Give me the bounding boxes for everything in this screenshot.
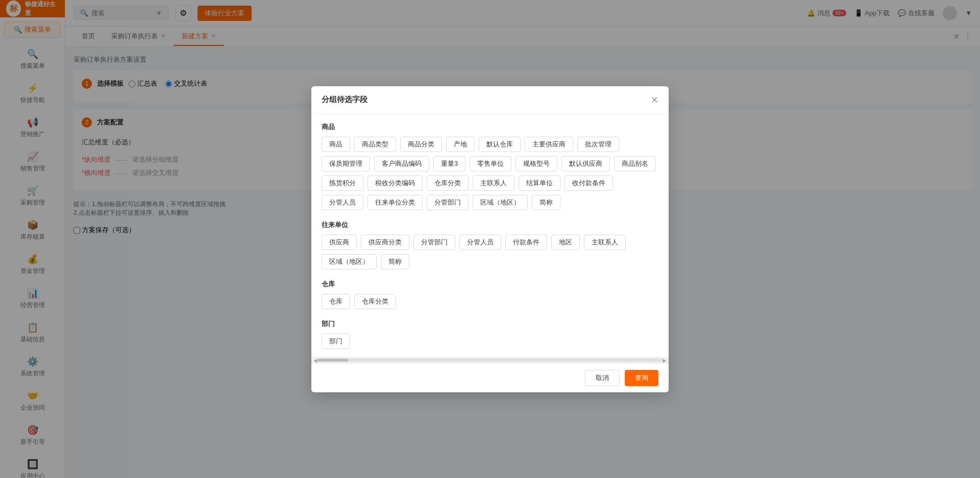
field-group-department: 部门部门 bbox=[322, 319, 658, 349]
field-tag-供应商分类[interactable]: 供应商分类 bbox=[361, 235, 409, 250]
field-tag-商品别名[interactable]: 商品别名 bbox=[614, 156, 656, 171]
field-tag-主联系人[interactable]: 主联系人 bbox=[584, 235, 626, 250]
field-group-title-goods: 商品 bbox=[322, 122, 658, 132]
modal-footer: 取消 查询 bbox=[311, 363, 669, 392]
field-group-warehouse: 仓库仓库仓库分类 bbox=[322, 280, 658, 309]
field-tag-分管人员[interactable]: 分管人员 bbox=[459, 235, 501, 250]
field-tag-分管部门[interactable]: 分管部门 bbox=[413, 235, 455, 250]
field-tag-收付款条件[interactable]: 收付款条件 bbox=[565, 175, 613, 191]
field-tag-主联系人[interactable]: 主联系人 bbox=[473, 175, 514, 191]
modal-hscroll: ◀ ▶ bbox=[311, 357, 669, 363]
field-tag-默认供应商[interactable]: 默认供应商 bbox=[561, 156, 610, 171]
field-tag-地区[interactable]: 地区 bbox=[551, 235, 580, 250]
field-tag-批次管理[interactable]: 批次管理 bbox=[577, 137, 619, 152]
modal-confirm-btn[interactable]: 查询 bbox=[625, 370, 658, 386]
field-group-title-warehouse: 仓库 bbox=[322, 280, 658, 289]
field-group-title-partner: 往来单位 bbox=[322, 220, 658, 230]
field-tag-重量3[interactable]: 重量3 bbox=[433, 156, 465, 171]
field-tag-仓库分类[interactable]: 仓库分类 bbox=[354, 294, 396, 309]
field-tag-主要供应商[interactable]: 主要供应商 bbox=[525, 137, 573, 152]
field-tag-商品分类[interactable]: 商品分类 bbox=[400, 137, 442, 152]
field-tag-供应商[interactable]: 供应商 bbox=[322, 235, 357, 250]
field-tag-付款条件[interactable]: 付款条件 bbox=[505, 235, 547, 250]
modal-title: 分组待选字段 bbox=[322, 95, 368, 105]
field-tag-分管部门[interactable]: 分管部门 bbox=[427, 195, 469, 210]
field-tag-区域（地区）[interactable]: 区域（地区） bbox=[322, 254, 377, 269]
field-tag-默认仓库[interactable]: 默认仓库 bbox=[479, 137, 521, 152]
field-tag-规格型号[interactable]: 规格型号 bbox=[516, 156, 557, 171]
field-tags-warehouse: 仓库仓库分类 bbox=[322, 294, 658, 309]
field-tag-简称[interactable]: 简称 bbox=[532, 195, 560, 210]
hscroll-thumb bbox=[317, 359, 348, 362]
field-group-title-department: 部门 bbox=[322, 319, 658, 329]
field-tag-商品类型[interactable]: 商品类型 bbox=[354, 137, 396, 152]
field-tag-产地[interactable]: 产地 bbox=[446, 137, 475, 152]
field-tag-分管人员[interactable]: 分管人员 bbox=[322, 195, 363, 210]
modal-close-btn[interactable]: ✕ bbox=[651, 94, 658, 106]
field-select-modal: 分组待选字段 ✕ 商品商品商品类型商品分类产地默认仓库主要供应商批次管理保质期管… bbox=[311, 86, 669, 392]
field-tags-partner: 供应商供应商分类分管部门分管人员付款条件地区主联系人区域（地区）简称 bbox=[322, 235, 658, 269]
field-tag-商品[interactable]: 商品 bbox=[322, 137, 350, 152]
field-tag-仓库[interactable]: 仓库 bbox=[322, 294, 350, 309]
field-tag-结算单位[interactable]: 结算单位 bbox=[519, 175, 560, 191]
field-tag-拣货积分[interactable]: 拣货积分 bbox=[322, 175, 363, 191]
field-tag-简称[interactable]: 简称 bbox=[381, 254, 409, 269]
field-group-goods: 商品商品商品类型商品分类产地默认仓库主要供应商批次管理保质期管理客户商品编码重量… bbox=[322, 122, 658, 210]
modal-cancel-btn[interactable]: 取消 bbox=[585, 370, 620, 386]
scroll-left-arrow[interactable]: ◀ bbox=[313, 358, 317, 363]
field-tag-客户商品编码[interactable]: 客户商品编码 bbox=[374, 156, 429, 171]
modal-body: 商品商品商品类型商品分类产地默认仓库主要供应商批次管理保质期管理客户商品编码重量… bbox=[311, 114, 669, 357]
modal-header: 分组待选字段 ✕ bbox=[311, 86, 669, 114]
scroll-right-arrow[interactable]: ▶ bbox=[663, 358, 667, 363]
field-tag-往来单位分类[interactable]: 往来单位分类 bbox=[368, 195, 423, 210]
field-group-partner: 往来单位供应商供应商分类分管部门分管人员付款条件地区主联系人区域（地区）简称 bbox=[322, 220, 658, 269]
field-tag-仓库分类[interactable]: 仓库分类 bbox=[427, 175, 469, 191]
hscroll-track bbox=[317, 359, 663, 362]
field-tags-department: 部门 bbox=[322, 334, 658, 349]
field-tags-goods: 商品商品类型商品分类产地默认仓库主要供应商批次管理保质期管理客户商品编码重量3零… bbox=[322, 137, 658, 210]
field-tag-保质期管理[interactable]: 保质期管理 bbox=[322, 156, 370, 171]
field-tag-部门[interactable]: 部门 bbox=[322, 334, 350, 349]
field-tag-零售单位[interactable]: 零售单位 bbox=[470, 156, 511, 171]
field-tag-区域（地区）[interactable]: 区域（地区） bbox=[473, 195, 528, 210]
field-tag-税收分类编码[interactable]: 税收分类编码 bbox=[368, 175, 423, 191]
